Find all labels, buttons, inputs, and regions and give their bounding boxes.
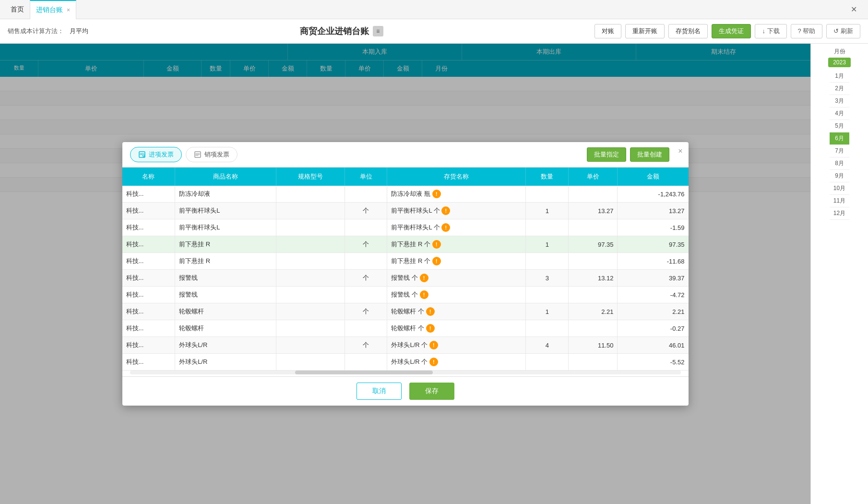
reopen-button[interactable]: 重新开账 [625,24,665,38]
reconcile-button[interactable]: 对账 [595,24,621,38]
modal-table-wrapper[interactable]: 名称 商品名称 规格型号 单位 存货名称 数量 单价 金额 [122,168,689,371]
help-button[interactable]: ? 帮助 [791,24,823,38]
cell-amount: -1,243.76 [618,186,689,203]
cell-product: 外球头L/R [175,337,276,354]
cell-amount: 97.35 [618,236,689,253]
cell-amount: 39.37 [618,270,689,287]
cell-unit-price: 13.27 [569,203,618,219]
tab-purchase-invoice[interactable]: 进项发票 [130,147,182,162]
modal-backdrop: 进项发票 销项发票 批量指定 [0,44,810,504]
window-close-button[interactable]: ✕ [844,0,863,19]
cell-spec [276,203,345,219]
warning-icon: ! [441,206,450,215]
modal-close-button[interactable]: × [678,147,682,156]
month-item[interactable]: 12月 [830,207,849,220]
cell-name: 科技... [122,236,175,253]
cell-product: 前平衡杆球头L [175,203,276,219]
invoice-table: 名称 商品名称 规格型号 单位 存货名称 数量 单价 金额 [122,168,689,371]
cell-name: 科技... [122,354,175,371]
cell-name: 科技... [122,303,175,320]
month-item[interactable]: 5月 [830,120,849,132]
save-button[interactable]: 保存 [409,383,454,400]
cell-product: 轮毂螺杆 [175,320,276,337]
month-item[interactable]: 8月 [830,157,849,170]
cell-quantity [526,354,569,371]
cell-name: 科技... [122,270,175,287]
month-item[interactable]: 1月 [830,70,849,83]
warning-icon: ! [420,274,428,282]
rename-inventory-button[interactable]: 存货别名 [668,24,708,38]
tab-sales-invoice[interactable]: 销项发票 [186,147,238,162]
cell-product: 外球头L/R [175,354,276,371]
year-badge: 2023 [828,58,851,67]
cell-inventory: 外球头L/R 个 ! [387,354,526,371]
th-quantity: 数量 [526,168,569,186]
month-label: 月份 [834,48,845,56]
title-text: 商贸企业进销台账 [300,25,369,37]
batch-assign-button[interactable]: 批量指定 [587,147,626,162]
table-row[interactable]: 科技... 报警线 报警线 个 ! -4.72 [122,287,689,303]
refresh-button[interactable]: ↺ 刷新 [826,24,860,38]
table-row[interactable]: 科技... 轮毂螺杆 个 轮毂螺杆 个 ! 1 2.21 2.21 [122,303,689,320]
cell-unit [345,320,387,337]
tab-ledger[interactable]: 进销台账 × [30,0,76,19]
ledger-tab-label: 进销台账 [36,6,63,14]
warning-icon: ! [426,324,435,333]
table-row[interactable]: 科技... 外球头L/R 外球头L/R 个 ! -5.52 [122,354,689,371]
table-header-row: 名称 商品名称 规格型号 单位 存货名称 数量 单价 金额 [122,168,689,186]
table-row[interactable]: 科技... 前平衡杆球头L 个 前平衡杆球头L 个 ! 1 13.27 13.2… [122,203,689,219]
cell-unit-price [569,320,618,337]
warning-icon: ! [432,240,441,249]
top-bar: 首页 进销台账 × ✕ [0,0,868,19]
table-row[interactable]: 科技... 前平衡杆球头L 前平衡杆球头L 个 ! -1.59 [122,219,689,236]
table-row[interactable]: 科技... 防冻冷却液 防冻冷却液 瓶 ! -1,243.76 [122,186,689,203]
tab2-label: 销项发票 [204,150,229,159]
th-unit-price: 单价 [569,168,618,186]
table-row[interactable]: 科技... 前下悬挂 R 前下悬挂 R 个 ! -11.68 [122,253,689,270]
cell-spec [276,219,345,236]
sales-invoice-icon [194,151,202,158]
month-item[interactable]: 3月 [830,95,849,108]
purchase-invoice-icon [138,151,146,158]
month-item[interactable]: 4月 [830,108,849,120]
cell-product: 报警线 [175,287,276,303]
tab-home[interactable]: 首页 [5,0,30,19]
cancel-button[interactable]: 取消 [357,383,402,400]
table-row[interactable]: 科技... 轮毂螺杆 轮毂螺杆 个 ! -0.27 [122,320,689,337]
table-row[interactable]: 科技... 报警线 个 报警线 个 ! 3 13.12 39.37 [122,270,689,287]
warning-icon: ! [432,257,441,265]
download-button[interactable]: ↓ 下载 [755,24,786,38]
cell-spec [276,253,345,270]
cell-spec [276,337,345,354]
toolbar-title: 商贸企业进销台账 ≡ [92,25,591,37]
home-tab-label: 首页 [11,5,24,14]
cell-spec [276,320,345,337]
month-item[interactable]: 9月 [830,170,849,182]
batch-create-button[interactable]: 批量创建 [630,147,669,162]
th-amount: 金额 [618,168,689,186]
month-item[interactable]: 11月 [830,195,849,207]
table-scrollbar[interactable] [130,371,681,374]
month-item[interactable]: 10月 [830,182,849,195]
cell-spec [276,354,345,371]
warning-icon: ! [429,358,438,366]
table-row[interactable]: 科技... 外球头L/R 个 外球头L/R 个 ! 4 11.50 46.01 [122,337,689,354]
cell-quantity [526,219,569,236]
cell-inventory: 报警线 个 ! [387,287,526,303]
month-item[interactable]: 2月 [830,83,849,95]
generate-voucher-button[interactable]: 生成凭证 [712,24,751,38]
cell-unit-price: 13.12 [569,270,618,287]
cell-unit [345,253,387,270]
main-area: 销售成本计算方法： 月平均 商贸企业进销台账 ≡ 对账 重新开账 存货别名 生成… [0,19,868,504]
table-row[interactable]: 科技... 前下悬挂 R 个 前下悬挂 R 个 ! 1 97.35 97.35 [122,236,689,253]
warning-icon: ! [432,190,441,198]
toolbar: 销售成本计算方法： 月平均 商贸企业进销台账 ≡ 对账 重新开账 存货别名 生成… [0,19,868,44]
cell-name: 科技... [122,219,175,236]
month-item[interactable]: 6月 [830,132,849,145]
cell-product: 前平衡杆球头L [175,219,276,236]
cell-unit-price: 2.21 [569,303,618,320]
cell-name: 科技... [122,320,175,337]
month-item[interactable]: 7月 [830,145,849,157]
warning-icon: ! [420,290,428,299]
ledger-tab-close[interactable]: × [67,7,70,13]
